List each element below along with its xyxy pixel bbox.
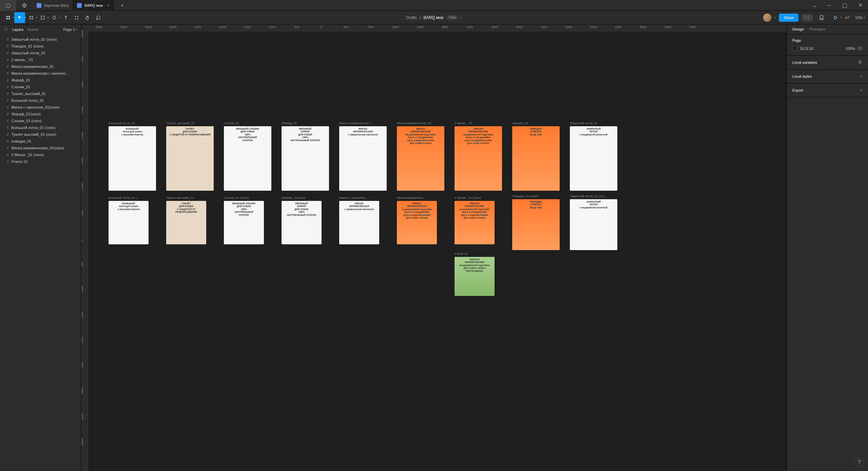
frame-label[interactable]: Frame 10 [455,252,468,256]
avatar[interactable] [763,14,771,22]
frame-label[interactable]: Большой лоток_01 [109,121,135,125]
breadcrumb-file[interactable]: BARQ мои [423,15,443,20]
canvas-frame[interactable]: 2 Миски _01 (озон)2МИСКИ КЕРАМИЧЕСКИЕ на… [455,201,495,244]
chevron-down-icon[interactable]: ▾ [774,16,775,19]
color-opacity[interactable]: 100% [846,46,855,51]
design-tab[interactable]: Design [792,27,804,31]
layer-item[interactable]: #Жираф_01 [0,77,81,83]
frame-label[interactable]: Поводок_01 (озон) [512,194,539,198]
canvas-frame[interactable]: Миска керамическая с ...МИСКА КЕРАМИЧЕСК… [339,126,387,191]
color-hex[interactable]: 1E1E1E [800,46,843,51]
canvas-frame[interactable]: Жираф_01ВЯЗАНЫЙ ЖИРАФ ДЛЯ СОБАК 100% НАТ… [282,126,329,191]
settings-icon[interactable] [858,60,863,65]
zoom-group[interactable]: 12% ▾ [853,16,865,20]
eye-icon[interactable] [858,46,863,51]
layer-item[interactable]: #Туалет_высокий_01 [0,90,81,97]
layer-item[interactable]: #поводок_01 [0,138,81,145]
canvas-frame[interactable]: Большой лоток_01 (...БОЛЬШОЙ лоток для к… [109,201,149,244]
layer-item[interactable]: #Поводок_01 (озон) [0,43,81,50]
layer-item[interactable]: #Миска керамическая_01 [0,63,81,70]
canvas-frame[interactable]: Слоник_01ВЯЗАНЫЙ СЛОНИК ДЛЯ СОБАК 100% Н… [224,126,271,191]
chevron-down-icon[interactable]: ▾ [461,16,462,19]
export-section[interactable]: Export + [787,83,868,97]
canvas-frame[interactable]: поводок_01ПОВОДОК РУЛЕТКА 5м до 15кг [512,126,560,191]
missing-fonts-indicator[interactable]: A? [845,16,850,20]
layers-tab[interactable]: Layers [12,27,23,32]
layer-item[interactable]: #Большой лоток_01 [0,97,81,104]
resources-tool[interactable] [71,12,82,23]
layer-item[interactable]: #Frame 10 [0,158,81,165]
layer-item[interactable]: #Туалет высокий_01 (озон) [0,131,81,138]
local-styles-section[interactable]: Local styles + [787,70,868,83]
canvas-frame[interactable]: Большой лоток_01БОЛЬШОЙ лоток для кошек … [109,126,156,191]
canvas-frame[interactable]: Закрытый лоток_01ЗАКРЫТЫЙ ЛОТОК с выдвиж… [570,126,617,191]
frame-label[interactable]: 2 миска _ 01 [455,121,472,125]
local-variables-section[interactable]: Local variables [787,56,868,70]
plus-icon[interactable]: + [860,88,863,93]
dev-mode-button[interactable] [802,14,813,21]
share-button[interactable]: Share [779,14,798,22]
layer-item[interactable]: #Большой лоток_01 (озон) [0,124,81,131]
canvas[interactable]: Большой лоток_01БОЛЬШОЙ лоток для кошек … [88,31,787,471]
layer-item[interactable]: #Миска керамическая с наклоно... [0,70,81,77]
frame-label[interactable]: Миска с наклоном_... [339,196,369,200]
frame-label[interactable]: Закрытый лоток_01 (озо... [570,194,607,198]
canvas-frame[interactable]: Миска керамическая_01МИСКА КЕРАМИЧЕСКАЯ … [397,126,444,191]
help-button[interactable]: ? [854,457,864,467]
frame-label[interactable]: Миска керамическая с ... [339,121,374,125]
home-button[interactable] [0,0,16,11]
frame-label[interactable]: Слоник_01 [224,121,239,125]
frame-label[interactable]: Слоник_01 (озон) [224,196,249,200]
canvas-frame[interactable]: Слоник_01 (озон)ВЯЗАНЫЙ СЛОНИК ДЛЯ СОБАК… [224,201,264,244]
hand-tool[interactable] [82,12,93,23]
plus-icon[interactable]: + [860,74,863,79]
tab-kartochki[interactable]: Карточки Barq [33,0,73,11]
frame-label[interactable]: Туалет высокий_01... [166,196,196,200]
search-icon[interactable] [4,27,8,32]
layer-item[interactable]: #2 Миски _01 (озон) [0,151,81,158]
layer-item[interactable]: #Слоник_01 (озон) [0,117,81,124]
library-button[interactable] [816,12,827,23]
frame-label[interactable]: Большой лоток_01 (... [109,196,140,200]
frame-label[interactable]: поводок_01 [512,121,529,125]
present-button[interactable] [830,12,841,23]
community-button[interactable] [16,0,33,11]
canvas-frame[interactable]: Закрытый лоток_01 (озо...ЗАКРЫТЫЙ ЛОТОК … [570,199,617,250]
layer-item[interactable]: #Жираф_01(озон) [0,111,81,117]
layer-item[interactable]: #Миска с наклоном_01(озон) [0,104,81,111]
frame-label[interactable]: Миска керамическ... [397,196,426,200]
frame-label[interactable]: Миска керамическая_01 [397,121,431,125]
pen-tool[interactable] [49,12,60,23]
free-badge[interactable]: Free [446,15,459,20]
layer-item[interactable]: #Закрытый лоток_01 [0,50,81,56]
new-tab-button[interactable]: + [114,0,130,11]
frame-label[interactable]: Жираф_01 [282,121,297,125]
shape-tool[interactable] [37,12,48,23]
text-tool[interactable]: T [60,12,71,23]
page-selector[interactable]: Page 1 ▾ [63,27,77,32]
frame-label[interactable]: 2 Миски _01 (озон) [455,196,481,200]
close-window-button[interactable]: ✕ [852,0,868,11]
prototype-tab[interactable]: Prototype [809,27,825,31]
canvas-frame[interactable]: Миска керамическ...МИСКА КЕРАМИЧЕСКАЯ на… [397,201,437,244]
color-swatch[interactable] [792,46,797,51]
tab-barq-moi[interactable]: BARQ мои × [73,0,114,11]
layer-item[interactable]: #2 миска _ 01 [0,56,81,63]
frame-label[interactable]: Жираф_01(озон) [282,196,306,200]
canvas-frame[interactable]: Frame 102МИСКИ КЕРАМИЧЕСКИЕ на деревянно… [455,257,495,296]
canvas-frame[interactable]: 2 миска _ 012МИСКИ КЕРАМИЧЕСКИЕ на дерев… [455,126,502,191]
frame-label[interactable]: Туалет_высокий_01 [166,121,194,125]
page-color-row[interactable]: 1E1E1E 100% [792,46,863,51]
minimize-button[interactable]: ─ [821,0,837,11]
canvas-frame[interactable]: Туалет высокий_01...ТУАЛЕТ ДЛЯ КОШЕК С З… [166,201,206,244]
move-tool[interactable] [14,12,25,23]
canvas-frame[interactable]: Миска с наклоном_...МИСКА КЕРАМИЧЕСКАЯ с… [339,201,379,244]
assets-tab[interactable]: Assets [27,27,39,32]
layer-item[interactable]: #Миска керамическая_01(озон) [0,145,81,151]
layer-item[interactable]: #Слоник_01 [0,83,81,90]
main-menu-button[interactable] [3,12,14,23]
breadcrumb-parent[interactable]: Drafts [406,15,417,20]
maximize-button[interactable]: ▢ [837,0,852,11]
canvas-frame[interactable]: Поводок_01 (озон)ПОВОДОК РУЛЕТКА 5м до 1… [512,199,560,250]
frame-tool[interactable] [26,12,37,23]
